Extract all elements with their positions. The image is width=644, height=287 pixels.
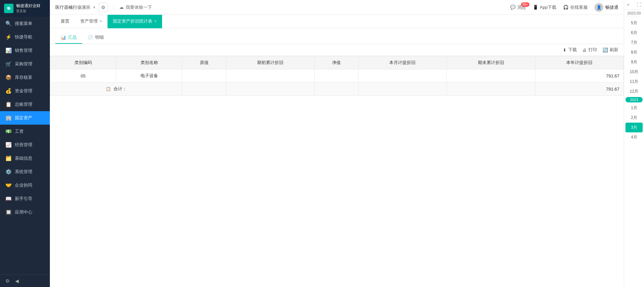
tab-depreciation-close[interactable]: × [154,19,157,24]
service-btn[interactable]: 🎧 在线客服 [563,4,588,10]
sidebar-item-fixed[interactable]: 🏢 固定资产 [0,111,50,125]
download-btn[interactable]: ⬇ 下载 [563,47,577,53]
panel-date-label: 2023.03 [627,10,642,17]
total-row: 📋 合计： 791.67 [50,83,624,96]
sidebar-label-fixed: 固定资产 [15,115,32,121]
collapse-icon[interactable]: ◀ [15,278,19,284]
sidebar-item-guide[interactable]: 📖 新手引导 [0,192,50,205]
refresh-btn[interactable]: 🔄 刷新 [603,47,618,53]
tab-home[interactable]: 首页 [55,15,75,28]
sidebar-icon-guide: 📖 [5,196,11,202]
sidebar-icon-fixed: 🏢 [5,115,11,121]
sidebar-footer: ⚙ ◀ [0,275,50,287]
sidebar-icon-salary: 💵 [5,128,11,134]
app-download-btn[interactable]: 📱 App下载 [533,4,556,10]
sidebar-item-system[interactable]: ⚙️ 系统管理 [0,165,50,179]
right-panel: × ⛶ 2023.03 5月 6月 7月 8月 9月 10月 11月 12月 2… [624,0,644,287]
print-btn[interactable]: 🖨 打印 [582,47,597,53]
month-2[interactable]: 2月 [624,113,644,123]
tab-assets-close[interactable]: × [100,19,102,24]
col-original: 原值 [182,56,226,69]
refresh-label: 刷新 [610,47,618,53]
panel-close-btn[interactable]: × [627,2,630,7]
month-5[interactable]: 5月 [624,18,644,28]
sidebar-label-inventory: 库存核算 [15,74,32,81]
sidebar-item-operation[interactable]: 📈 经营管理 [0,138,50,152]
month-8[interactable]: 8月 [624,47,644,57]
sidebar-label-ledger: 总账管理 [15,101,32,107]
table-container: 类别编码 类别名称 原值 期初累计折旧 净值 本月计提折旧 期末累计折旧 本年计… [50,56,624,287]
total-monthly-dep [358,83,447,96]
sidebar-item-finance[interactable]: 💰 资金管理 [0,84,50,98]
sidebar-label-apps: 应用中心 [15,209,32,215]
sidebar-item-search[interactable]: 🔍 搜索菜单 [0,17,50,30]
sidebar-label-guide: 新手引导 [15,196,32,202]
month-10[interactable]: 10月 [624,67,644,77]
month-11[interactable]: 11月 [624,77,644,87]
subtab-summary[interactable]: 📊 汇总 [55,32,82,44]
sidebar-item-quick[interactable]: ⚡ 快捷导航 [0,30,50,44]
month-9[interactable]: 9月 [624,57,644,67]
sidebar-item-purchase[interactable]: 🛒 采购管理 [0,57,50,71]
sidebar-item-coop[interactable]: 🤝 企业协同 [0,179,50,192]
month-6[interactable]: 6月 [624,28,644,38]
cell-code: 05 [50,69,116,83]
settings-icon[interactable]: ⚙ [5,278,10,284]
content-area: 📊 汇总 📄 明细 ⬇ 下载 🖨 打印 🔄 刷新 [50,28,624,287]
experience-btn[interactable]: ☁ 我要体验一下 [119,4,152,10]
company-name: 医疗器械行业演示 [55,4,90,10]
total-net [314,83,358,96]
sidebar-label-search: 搜索菜单 [15,21,32,27]
header-right: 💬 消息 99+ 📱 App下载 🎧 在线客服 👤 畅捷通 [510,3,618,12]
download-label: 下载 [568,47,577,53]
month-list: 5月 6月 7月 8月 9月 10月 11月 12月 2023 1月 2月 3月… [624,17,644,287]
month-7[interactable]: 7月 [624,38,644,47]
tab-home-label: 首页 [61,18,69,24]
col-annual-dep: 本年计提折旧 [535,56,623,69]
year-2023-badge: 2023 [625,97,643,102]
subtab-detail[interactable]: 📄 明细 [82,32,109,44]
sidebar-item-inventory[interactable]: 📦 库存核算 [0,71,50,84]
table-header-row: 类别编码 类别名称 原值 期初累计折旧 净值 本月计提折旧 期末累计折旧 本年计… [50,56,624,69]
message-btn[interactable]: 💬 消息 99+ [510,4,526,10]
sidebar-icon-system: ⚙️ [5,169,11,175]
header-divider [114,4,114,11]
sidebar-item-sales[interactable]: 📊 销售管理 [0,44,50,57]
sidebar-icon-sales: 📊 [5,47,11,54]
sidebar-label-sales: 销售管理 [15,47,32,54]
sidebar-item-basic[interactable]: 🗂️ 基础信息 [0,152,50,165]
print-label: 打印 [588,47,597,53]
cell-net [314,69,358,83]
sidebar-icon-quick: ⚡ [5,34,11,40]
month-3[interactable]: 3月 [625,123,643,132]
logo-icon: 畅 [4,4,13,13]
tabs-bar: 首页 资产管理 × 固定资产折旧统计表 × [50,15,624,28]
experience-text: 我要体验一下 [126,4,152,10]
col-end-dep: 期末累计折旧 [447,56,535,69]
tab-assets[interactable]: 资产管理 × [75,15,108,28]
tab-depreciation[interactable]: 固定资产折旧统计表 × [108,15,162,28]
sidebar-item-apps[interactable]: 🔲 应用中心 [0,205,50,219]
username: 畅捷通 [605,4,618,10]
sidebar-label-purchase: 采购管理 [15,61,32,67]
month-1[interactable]: 1月 [624,103,644,113]
company-selector[interactable]: 医疗器械行业演示 ▼ [55,4,96,10]
download-icon: ⬇ [563,47,566,53]
col-initial-dep: 期初累计折旧 [226,56,314,69]
total-icon: 📋 [106,87,111,91]
total-label-cell: 📋 合计： [50,83,182,96]
total-label: 合计： [114,86,127,91]
month-12[interactable]: 12月 [624,87,644,96]
sidebar-item-salary[interactable]: 💵 工资 [0,125,50,138]
cell-original [182,69,226,83]
sidebar-item-ledger[interactable]: 📋 总账管理 [0,98,50,111]
mobile-icon: 📱 [533,5,538,10]
col-monthly-dep: 本月计提折旧 [358,56,447,69]
header-settings-btn[interactable]: ⚙ [99,3,108,12]
month-4[interactable]: 4月 [624,132,644,142]
user-info[interactable]: 👤 畅捷通 [594,3,618,12]
panel-expand-btn[interactable]: ⛶ [637,2,641,7]
sidebar-label-salary: 工资 [15,128,24,134]
cell-name: 电子设备 [116,69,182,83]
sidebar-label-coop: 企业协同 [15,182,32,188]
